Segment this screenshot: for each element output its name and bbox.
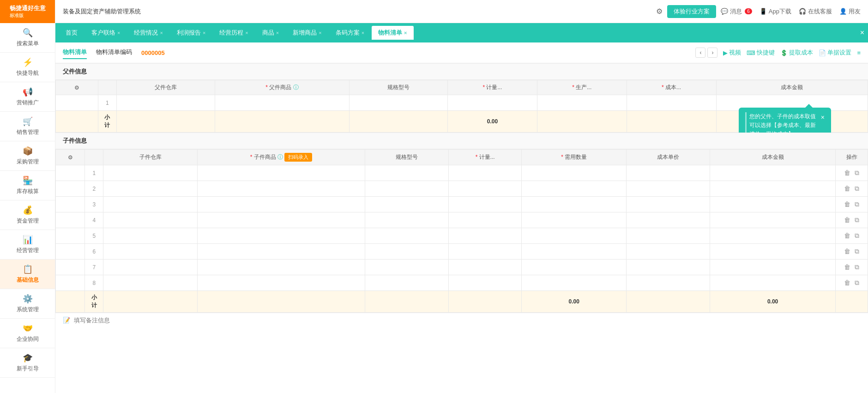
child-row-2-spec[interactable]: [365, 181, 448, 197]
sidebar-item-guide[interactable]: 🎓 新手引导: [0, 348, 55, 378]
app-download-action[interactable]: 📱 App下载: [760, 7, 791, 16]
child-col-settings[interactable]: ⚙: [56, 150, 85, 165]
sidebar-item-system[interactable]: ⚙️ 系统管理: [0, 289, 55, 319]
parent-row-1-warehouse[interactable]: [116, 95, 215, 111]
sidebar-item-collab[interactable]: 🤝 企业协同: [0, 319, 55, 348]
tab-bom-close[interactable]: ×: [404, 30, 407, 36]
child-row-2-unit-cost[interactable]: [626, 181, 710, 197]
shortcut-action[interactable]: ⌨ 快捷键: [747, 48, 775, 57]
child-row-8-unit[interactable]: [448, 275, 522, 291]
cost-action[interactable]: 💲 提取成本: [780, 48, 813, 57]
child-row-7-quantity[interactable]: [522, 260, 627, 275]
child-row-6-quantity[interactable]: [522, 244, 627, 260]
child-row-4-unit-cost[interactable]: [626, 212, 710, 228]
child-row-3-unit-cost[interactable]: [626, 197, 710, 212]
close-all-tabs-button[interactable]: ×: [860, 29, 864, 37]
child-row-7-product[interactable]: [198, 260, 365, 275]
child-row-4-delete[interactable]: 🗑: [844, 216, 850, 224]
tab-operations-close[interactable]: ×: [160, 30, 163, 36]
child-row-3-copy[interactable]: ⧉: [855, 200, 859, 208]
online-service-action[interactable]: 🎧 在线客服: [799, 7, 832, 16]
child-row-2-product[interactable]: [198, 181, 365, 197]
tab-profit-close[interactable]: ×: [203, 30, 205, 36]
child-row-5-product[interactable]: [198, 228, 365, 244]
sidebar-item-basic[interactable]: 📋 基础信息: [0, 260, 55, 289]
child-row-8-spec[interactable]: [365, 275, 448, 291]
child-row-8-warehouse[interactable]: [103, 275, 198, 291]
child-row-2-copy[interactable]: ⧉: [855, 185, 859, 192]
parent-row-1-production[interactable]: [537, 95, 627, 111]
child-row-1-delete[interactable]: 🗑: [844, 169, 850, 176]
child-row-6-delete[interactable]: 🗑: [844, 248, 850, 255]
message-action[interactable]: 💬 消息 6: [721, 7, 752, 16]
child-row-7-spec[interactable]: [365, 260, 448, 275]
child-row-2-warehouse[interactable]: [103, 181, 198, 197]
child-row-8-delete[interactable]: 🗑: [844, 279, 850, 286]
child-row-8-quantity[interactable]: [522, 275, 627, 291]
child-row-2-delete[interactable]: 🗑: [844, 185, 850, 192]
tab-products[interactable]: 商品 ×: [256, 26, 285, 40]
child-row-6-warehouse[interactable]: [103, 244, 198, 260]
child-row-7-copy[interactable]: ⧉: [855, 263, 859, 271]
sub-tab-bom-list[interactable]: 物料清单: [63, 46, 87, 59]
view-toggle-icon[interactable]: ≡: [857, 49, 861, 56]
child-row-4-warehouse[interactable]: [103, 212, 198, 228]
child-row-7-unit-cost[interactable]: [626, 260, 710, 275]
settings-gear-button[interactable]: ⚙: [656, 7, 663, 16]
child-row-6-spec[interactable]: [365, 244, 448, 260]
child-row-5-copy[interactable]: ⧉: [855, 232, 859, 239]
child-row-5-warehouse[interactable]: [103, 228, 198, 244]
user-action[interactable]: 👤 用友: [839, 7, 861, 16]
child-row-7-unit[interactable]: [448, 260, 522, 275]
child-row-3-delete[interactable]: 🗑: [844, 200, 850, 208]
tab-products-close[interactable]: ×: [276, 30, 279, 36]
child-row-2-unit[interactable]: [448, 181, 522, 197]
child-row-6-product[interactable]: [198, 244, 365, 260]
sidebar-item-search[interactable]: 🔍 搜索菜单: [0, 23, 55, 53]
tab-home[interactable]: 首页: [59, 26, 84, 40]
child-row-2-quantity[interactable]: [522, 181, 627, 197]
tab-barcode[interactable]: 条码方案 ×: [329, 26, 371, 40]
child-row-3-unit[interactable]: [448, 197, 522, 212]
tab-newproduct-close[interactable]: ×: [319, 30, 321, 36]
parent-row-1-product[interactable]: [215, 95, 349, 111]
parent-row-1-spec[interactable]: [349, 95, 447, 111]
sidebar-item-purchase[interactable]: 📦 采购管理: [0, 141, 55, 171]
child-row-1-warehouse[interactable]: [103, 165, 198, 181]
settings-action[interactable]: 📄 单据设置: [819, 48, 851, 57]
child-row-5-quantity[interactable]: [522, 228, 627, 244]
child-row-8-unit-cost[interactable]: [626, 275, 710, 291]
tab-customers-close[interactable]: ×: [117, 30, 120, 36]
child-row-4-spec[interactable]: [365, 212, 448, 228]
parent-col-settings[interactable]: ⚙: [56, 80, 98, 95]
child-row-3-spec[interactable]: [365, 197, 448, 212]
sidebar-item-quicknav[interactable]: ⚡ 快捷导航: [0, 53, 55, 82]
child-row-4-copy[interactable]: ⧉: [855, 216, 859, 224]
note-input[interactable]: [74, 317, 861, 324]
child-row-5-unit-cost[interactable]: [626, 228, 710, 244]
child-row-6-unit-cost[interactable]: [626, 244, 710, 260]
child-row-4-product[interactable]: [198, 212, 365, 228]
child-row-5-unit[interactable]: [448, 228, 522, 244]
child-row-8-copy[interactable]: ⧉: [855, 279, 859, 286]
tab-barcode-close[interactable]: ×: [362, 30, 364, 36]
tab-customers[interactable]: 客户联络 ×: [85, 26, 127, 40]
tab-newproduct[interactable]: 新增商品 ×: [286, 26, 328, 40]
parent-row-1-cost[interactable]: [627, 95, 716, 111]
child-row-4-unit[interactable]: [448, 212, 522, 228]
child-row-6-unit[interactable]: [448, 244, 522, 260]
tab-operations[interactable]: 经营情况 ×: [127, 26, 169, 40]
tab-bom[interactable]: 物料清单 ×: [372, 26, 413, 40]
child-row-1-unit-cost[interactable]: [626, 165, 710, 181]
tab-profit[interactable]: 利润报告 ×: [170, 26, 212, 40]
next-record-button[interactable]: ›: [707, 48, 717, 58]
child-row-5-delete[interactable]: 🗑: [844, 232, 850, 239]
prev-record-button[interactable]: ‹: [695, 48, 705, 58]
view-action[interactable]: ▶ 视频: [723, 48, 741, 57]
child-row-1-quantity[interactable]: [522, 165, 627, 181]
child-row-1-product[interactable]: [198, 165, 365, 181]
child-row-1-copy[interactable]: ⧉: [855, 169, 859, 176]
child-row-7-warehouse[interactable]: [103, 260, 198, 275]
child-row-1-spec[interactable]: [365, 165, 448, 181]
child-row-7-delete[interactable]: 🗑: [844, 263, 850, 271]
